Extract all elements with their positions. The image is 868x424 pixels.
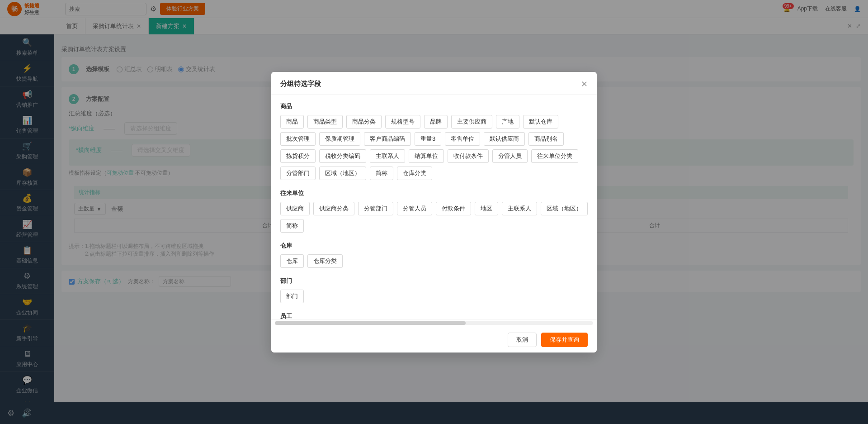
tag-brand[interactable]: 品牌 — [424, 115, 448, 129]
modal-overlay: 分组待选字段 ✕ 商品 商品 商品类型 商品分类 规格型号 品牌 主要供应商 产… — [0, 0, 868, 424]
tag-product[interactable]: 商品 — [280, 115, 304, 129]
section-employee: 员工 业务员 — [280, 312, 588, 319]
tag-main-supplier[interactable]: 主要供应商 — [451, 115, 492, 129]
save-query-button[interactable]: 保存并查询 — [541, 333, 588, 347]
tag-area[interactable]: 地区 — [475, 202, 498, 215]
section-counterpart-title: 往来单位 — [280, 189, 588, 197]
tag-expiry-mgmt[interactable]: 保质期管理 — [319, 132, 360, 146]
tag-batch-mgmt[interactable]: 批次管理 — [280, 132, 316, 146]
tag-settlement-unit[interactable]: 结算单位 — [409, 149, 444, 163]
tag-product-category[interactable]: 商品分类 — [346, 115, 382, 129]
section-department: 部门 部门 — [280, 277, 588, 303]
section-product-title: 商品 — [280, 102, 588, 110]
section-product-tags: 商品 商品类型 商品分类 规格型号 品牌 主要供应商 产地 默认仓库 批次管理 … — [280, 115, 588, 180]
section-warehouse: 仓库 仓库 仓库分类 — [280, 242, 588, 268]
tag-main-contact[interactable]: 主联系人 — [370, 149, 405, 163]
horizontal-scrollbar[interactable] — [275, 321, 593, 325]
tag-mgmt-dept[interactable]: 分管部门 — [280, 167, 316, 180]
tag-default-warehouse[interactable]: 默认仓库 — [523, 115, 558, 129]
tag-counterpart-category[interactable]: 往来单位分类 — [531, 149, 578, 163]
section-counterpart: 往来单位 供应商 供应商分类 分管部门 分管人员 付款条件 地区 主联系人 区域… — [280, 189, 588, 233]
tag-region-2[interactable]: 区域（地区） — [541, 202, 588, 215]
section-department-tags: 部门 — [280, 290, 588, 303]
tag-supplier-category[interactable]: 供应商分类 — [313, 202, 354, 215]
tag-customer-code[interactable]: 客户商品编码 — [364, 132, 411, 146]
modal-title: 分组待选字段 — [280, 80, 321, 88]
modal-body: 商品 商品 商品类型 商品分类 规格型号 品牌 主要供应商 产地 默认仓库 批次… — [271, 95, 597, 319]
section-department-title: 部门 — [280, 277, 588, 285]
tag-warehouse-cat[interactable]: 仓库分类 — [307, 254, 343, 268]
tag-default-supplier[interactable]: 默认供应商 — [484, 132, 525, 146]
tag-supervisor[interactable]: 分管人员 — [492, 149, 528, 163]
tag-dept[interactable]: 分管部门 — [358, 202, 393, 215]
tag-tax-code[interactable]: 税收分类编码 — [319, 149, 366, 163]
tag-origin[interactable]: 产地 — [496, 115, 519, 129]
scrollbar-thumb — [275, 321, 466, 325]
tag-pick-points[interactable]: 拣货积分 — [280, 149, 316, 163]
field-select-modal: 分组待选字段 ✕ 商品 商品 商品类型 商品分类 规格型号 品牌 主要供应商 产… — [271, 72, 597, 353]
tag-product-alias[interactable]: 商品别名 — [528, 132, 564, 146]
tag-weight3[interactable]: 重量3 — [415, 132, 441, 146]
tag-abbrev-2[interactable]: 简称 — [280, 219, 304, 233]
modal-scroll-bar — [271, 319, 597, 327]
tag-payment-cond[interactable]: 付款条件 — [436, 202, 471, 215]
section-counterpart-tags: 供应商 供应商分类 分管部门 分管人员 付款条件 地区 主联系人 区域（地区） … — [280, 202, 588, 233]
section-product: 商品 商品 商品类型 商品分类 规格型号 品牌 主要供应商 产地 默认仓库 批次… — [280, 102, 588, 180]
section-employee-title: 员工 — [280, 312, 588, 319]
tag-warehouse[interactable]: 仓库 — [280, 254, 304, 268]
section-warehouse-tags: 仓库 仓库分类 — [280, 254, 588, 268]
modal-footer: 取消 保存并查询 — [271, 327, 597, 353]
tag-spec-model[interactable]: 规格型号 — [385, 115, 420, 129]
modal-close-button[interactable]: ✕ — [581, 79, 588, 89]
section-warehouse-title: 仓库 — [280, 242, 588, 250]
tag-department[interactable]: 部门 — [280, 290, 304, 303]
modal-header: 分组待选字段 ✕ — [271, 72, 597, 95]
tag-main-contact-2[interactable]: 主联系人 — [502, 202, 537, 215]
tag-product-type[interactable]: 商品类型 — [307, 115, 343, 129]
tag-personnel[interactable]: 分管人员 — [397, 202, 432, 215]
cancel-button[interactable]: 取消 — [508, 333, 537, 347]
tag-warehouse-category[interactable]: 仓库分类 — [397, 167, 432, 180]
tag-region[interactable]: 区域（地区） — [319, 167, 366, 180]
tag-payment-terms[interactable]: 收付款条件 — [448, 149, 489, 163]
tag-abbrev[interactable]: 简称 — [370, 167, 393, 180]
tag-supplier[interactable]: 供应商 — [280, 202, 310, 215]
tag-retail-unit[interactable]: 零售单位 — [445, 132, 480, 146]
